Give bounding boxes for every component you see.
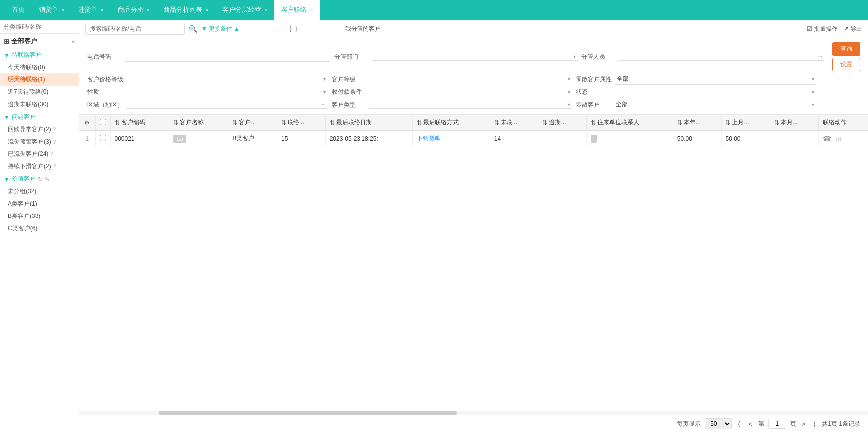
- select-status[interactable]: ▾: [614, 88, 816, 96]
- select-customer-type[interactable]: ▾: [369, 101, 572, 109]
- nav-product-analysis-close[interactable]: ×: [146, 7, 149, 13]
- sidebar-search-input[interactable]: [4, 23, 78, 30]
- nav-sales-close[interactable]: ×: [61, 7, 64, 13]
- page-first-btn[interactable]: ⟨: [736, 419, 742, 429]
- last-contact-method-link[interactable]: 下销货单: [417, 135, 440, 142]
- more-conditions-btn[interactable]: ▼ 更多条件 ▲: [201, 25, 240, 33]
- col-name[interactable]: ⇅ 客户名称: [169, 115, 228, 131]
- select-nature[interactable]: ▾: [125, 88, 328, 96]
- nav-customer-tier[interactable]: 客户分层经营 ×: [216, 0, 274, 20]
- query-btn[interactable]: 查询: [832, 42, 860, 56]
- col-contact-count-sort-icon: ⇅: [281, 119, 286, 126]
- col-unit-contact[interactable]: ⇅ 往来单位联系人: [587, 115, 673, 131]
- retail-attr-arrow: ▾: [812, 76, 814, 82]
- settings-btn[interactable]: 设置: [832, 58, 860, 71]
- col-type[interactable]: ⇅ 客户...: [228, 115, 277, 131]
- export-btn[interactable]: ↗ 导出: [844, 25, 862, 33]
- nav-product-analysis[interactable]: 商品分析 ×: [111, 0, 156, 20]
- col-contact-count[interactable]: ⇅ 联络...: [277, 115, 326, 131]
- page-unit: 页: [790, 420, 796, 428]
- sidebar-item-ungrouped[interactable]: 未分组(32): [0, 185, 79, 198]
- page-prev-btn[interactable]: <: [746, 419, 754, 429]
- nav-purchase[interactable]: 进货单 ×: [71, 0, 110, 20]
- per-page-select[interactable]: 50 100 200: [705, 418, 732, 429]
- phone-action-icon[interactable]: ☎: [823, 135, 831, 143]
- sidebar-item-class-c[interactable]: C类客户(6): [0, 222, 79, 235]
- page-label: 第: [758, 420, 764, 428]
- my-customers-checkbox[interactable]: [244, 26, 343, 32]
- grid-icon: ⊞: [4, 38, 9, 45]
- batch-ops-icon: ☑: [807, 25, 812, 32]
- select-all-checkbox[interactable]: [100, 119, 106, 125]
- row-checkbox[interactable]: [100, 135, 106, 141]
- filter-cell-phone: 电话号码: [87, 52, 330, 62]
- select-region[interactable]: ···: [126, 101, 328, 109]
- col-this-month[interactable]: ⇅ 本月...: [770, 115, 819, 131]
- nav-product-analysis-list[interactable]: 商品分析列表 ×: [156, 0, 215, 20]
- sidebar-item-repurchase-abnormal[interactable]: 回购异常客户(2) ?: [0, 123, 79, 136]
- value-arrow: ▼: [4, 176, 10, 183]
- nav-customer-contact[interactable]: 客户联络 ×: [274, 0, 320, 20]
- filter-actions: 查询 设置: [832, 42, 860, 71]
- customers-table: ⚙ ⇅ 客户编码 ⇅: [79, 115, 868, 146]
- pending-group-label: ▼ 待联络客户: [0, 49, 79, 61]
- label-customer-type: 客户类型: [332, 101, 366, 109]
- col-overdue[interactable]: ⇅ 逾期...: [538, 115, 587, 131]
- sidebar-item-tomorrow[interactable]: 明天待联络(1): [0, 73, 79, 86]
- col-this-year[interactable]: ⇅ 本年...: [673, 115, 722, 131]
- sidebar-item-churned[interactable]: 已流失客户(24) ?: [0, 148, 79, 160]
- sidebar-item-declining[interactable]: 持续下滑客户(2) ?: [0, 160, 79, 173]
- nav-purchase-close[interactable]: ×: [100, 7, 103, 13]
- select-customer-level[interactable]: ▾: [369, 75, 572, 83]
- sidebar-item-today[interactable]: 今天待联络(0): [0, 61, 79, 73]
- table-footer: 每页显示 50 100 200 ⟨ < 第 页 > ⟩ 共1页 1条记录: [79, 415, 868, 432]
- row-checkbox-cell[interactable]: [95, 131, 110, 146]
- search-btn[interactable]: 🔍: [189, 25, 197, 33]
- nav-customer-contact-close[interactable]: ×: [310, 7, 313, 13]
- sidebar-item-churn-warning[interactable]: 流失预警客户(3) ?: [0, 136, 79, 148]
- nav-customer-tier-close[interactable]: ×: [264, 7, 267, 13]
- select-person[interactable]: ···: [619, 53, 824, 61]
- grid-action-icon[interactable]: ⊞: [835, 135, 841, 143]
- value-refresh-icon[interactable]: ↻: [38, 176, 43, 183]
- col-checkbox[interactable]: [95, 115, 110, 131]
- select-retail-attr[interactable]: 全部 ▾: [615, 74, 816, 85]
- my-customers-checkbox-label[interactable]: 我分管的客户: [244, 25, 381, 33]
- sidebar-item-overdue[interactable]: 逾期未联络(30): [0, 98, 79, 111]
- select-retail-customer[interactable]: 全部 ▾: [614, 99, 816, 110]
- page-last-btn[interactable]: ⟩: [811, 419, 818, 429]
- input-phone[interactable]: [125, 52, 330, 62]
- help-icon-1: ?: [53, 127, 56, 132]
- col-overdue-sort-icon: ⇅: [542, 119, 547, 126]
- col-last-month[interactable]: ⇅ 上月...: [722, 115, 770, 131]
- horizontal-scrollbar[interactable]: [79, 411, 868, 415]
- sidebar-item-week[interactable]: 近7天待联络(0): [0, 86, 79, 98]
- select-payment[interactable]: ▾: [369, 88, 572, 96]
- page-input[interactable]: [768, 419, 786, 429]
- col-last-contact-date[interactable]: ⇅ 最后联络日期: [325, 115, 413, 131]
- scrollbar-thumb[interactable]: [159, 411, 457, 415]
- row-last-contact-method[interactable]: 下销货单: [413, 131, 490, 146]
- nav-sales[interactable]: 销货单 ×: [32, 0, 71, 20]
- content-area: 🔍 ▼ 更多条件 ▲ 我分管的客户 ☑ 批量操作 ↗ 导出: [79, 20, 868, 432]
- col-gear[interactable]: ⚙: [79, 115, 95, 131]
- batch-ops-btn[interactable]: ☑ 批量操作: [807, 25, 838, 33]
- col-not-contacted[interactable]: ⇅ 未联...: [490, 115, 538, 131]
- all-customers-header[interactable]: ⊞ 全部客户 «: [0, 34, 79, 49]
- select-dept[interactable]: ▾: [372, 53, 577, 61]
- sidebar-item-class-b[interactable]: B类客户(33): [0, 210, 79, 222]
- select-price-level[interactable]: ▾: [126, 75, 328, 83]
- nav-home[interactable]: 首页: [5, 0, 32, 20]
- value-edit-icon[interactable]: ✎: [45, 176, 50, 183]
- page-next-btn[interactable]: >: [800, 419, 808, 429]
- payment-arrow: ▾: [568, 89, 570, 95]
- sidebar-item-class-a[interactable]: A类客户(1): [0, 198, 79, 210]
- search-input[interactable]: [85, 23, 185, 35]
- col-unit-contact-sort-icon: ⇅: [591, 119, 596, 126]
- col-last-contact-method[interactable]: ⇅ 最后联络方式: [413, 115, 490, 131]
- nav-product-analysis-list-close[interactable]: ×: [205, 7, 208, 13]
- label-retail-attr: 零散客户属性: [576, 75, 612, 84]
- label-person: 分管人员: [581, 53, 616, 61]
- value-group-label: ▼ 价值客户 ↻ ✎: [0, 173, 79, 185]
- col-code[interactable]: ⇅ 客户编码: [110, 115, 169, 131]
